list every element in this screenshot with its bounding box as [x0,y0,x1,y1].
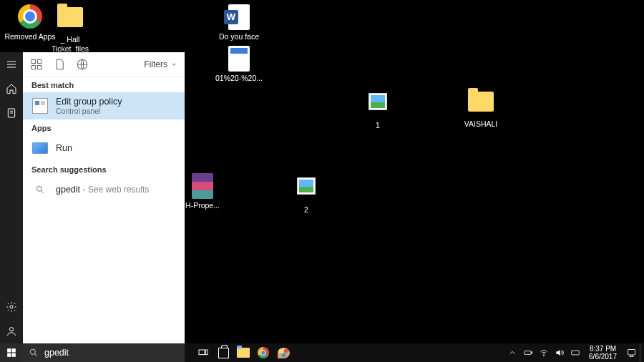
svg-rect-5 [31,65,35,69]
tray-battery-icon[interactable] [520,343,536,362]
svg-rect-10 [12,348,16,352]
svg-point-8 [36,186,42,191]
result-title: Edit group policy [56,97,122,107]
taskbar-search[interactable] [23,343,185,362]
desktop-icon-hall-ticket[interactable]: _ Hall Ticket_files [43,4,97,53]
result-web-gpedit[interactable]: gpedit - See web results [23,177,185,202]
section-apps: Apps [23,119,185,135]
result-subtitle: Control panel [56,107,122,115]
rail-settings-button[interactable] [0,295,23,319]
chrome-icon [258,347,269,358]
section-suggestions: Search suggestions [23,161,185,177]
rar-icon [192,173,213,199]
folder-icon [57,7,83,27]
svg-point-2 [9,328,13,331]
svg-rect-17 [532,352,532,353]
start-button[interactable] [0,343,23,362]
svg-rect-12 [12,353,16,357]
rail-document-button[interactable] [0,101,23,125]
desktop-icon-doyouface[interactable]: Do you face [212,4,266,41]
search-icon [29,348,39,358]
search-icon [31,181,49,198]
chrome-icon [18,4,42,29]
icon-label: VAISHALI [454,119,508,129]
taskbar-chrome[interactable] [253,343,273,362]
word-icon [228,4,250,30]
result-title: Run [56,143,72,153]
store-icon [218,348,229,358]
taskbar-paint[interactable] [273,343,293,362]
result-run[interactable]: Run [23,135,185,161]
svg-rect-3 [31,59,35,63]
taskbar-clock[interactable]: 8:37 PM 6/6/2017 [583,345,623,361]
clock-date: 6/6/2017 [589,353,617,361]
system-tray: 8:37 PM 6/6/2017 [504,343,644,362]
rail-account-button[interactable] [0,319,23,343]
picture-icon [369,93,387,110]
svg-rect-16 [525,351,531,355]
run-icon [32,142,48,154]
tray-volume-icon[interactable] [552,343,567,362]
video-icon [228,46,250,72]
taskbar-store[interactable] [213,343,233,362]
clock-time: 8:37 PM [589,345,617,353]
gpedit-icon [32,98,48,114]
filters-label: Filters [144,59,167,69]
start-rail [0,52,23,343]
icon-label: _ Hall Ticket_files [43,35,97,53]
desktop-icon-vaishali[interactable]: VAISHALI [454,89,508,129]
explorer-icon [237,348,250,358]
icon-label: 1 [351,121,405,130]
picture-icon [297,177,316,195]
search-panel: Filters Best match Edit group policy Con… [23,52,185,343]
desktop-icon-video[interactable]: 01%20-%20... [212,46,266,83]
rail-menu-button[interactable] [0,52,23,77]
svg-point-18 [543,356,544,356]
folder-icon [468,92,494,112]
tray-overflow-button[interactable] [504,343,520,362]
svg-rect-6 [38,65,42,69]
svg-rect-20 [628,349,635,355]
svg-rect-14 [199,350,205,355]
paint-icon [278,348,290,358]
desktop-icon-pic2[interactable]: 2 [279,173,333,215]
rail-home-button[interactable] [0,77,23,101]
svg-rect-19 [572,351,580,355]
icon-label: 01%20-%20... [212,74,266,83]
result-edit-group-policy[interactable]: Edit group policy Control panel [23,92,185,119]
search-header: Filters [23,52,185,77]
svg-rect-9 [7,348,11,352]
section-best-match: Best match [23,77,185,92]
taskbar: 8:37 PM 6/6/2017 [0,343,644,362]
search-input[interactable] [44,348,179,358]
tray-input-icon[interactable] [567,343,583,362]
svg-rect-15 [205,350,208,355]
tray-wifi-icon[interactable] [536,343,552,362]
action-center-button[interactable] [623,343,640,362]
icon-label: Do you face [212,32,266,41]
svg-point-1 [10,305,13,308]
task-view-button[interactable] [193,343,213,362]
suggestion-hint: See web results [88,185,149,195]
icon-label: 2 [279,205,333,215]
filters-button[interactable]: Filters [144,59,177,69]
suggestion-term: gpedit [56,185,80,195]
documents-tab-icon[interactable] [53,58,66,71]
desktop-icon-pic1[interactable]: 1 [351,89,405,130]
svg-rect-11 [7,353,11,357]
svg-rect-4 [38,59,42,63]
web-tab-icon[interactable] [76,58,89,71]
apps-tab-icon[interactable] [30,58,43,71]
svg-point-13 [30,349,35,354]
show-desktop-button[interactable] [640,343,644,362]
taskbar-explorer[interactable] [233,343,253,362]
